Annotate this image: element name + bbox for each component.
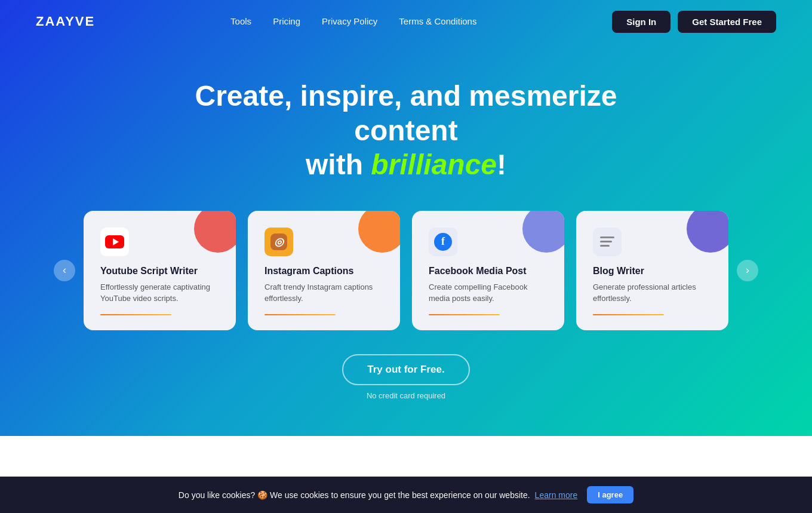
carousel-next-button[interactable]: › bbox=[737, 260, 758, 281]
youtube-icon bbox=[105, 235, 124, 248]
blog-line-2 bbox=[600, 241, 612, 242]
try-note: No credit card required bbox=[367, 391, 445, 400]
card-icon-instagram: ◎ bbox=[264, 228, 293, 256]
getstarted-button[interactable]: Get Started Free bbox=[678, 11, 776, 33]
card-icon-blog bbox=[593, 228, 622, 256]
logo: ZAAYVE bbox=[36, 14, 95, 29]
card-title-facebook: Facebook Media Post bbox=[429, 266, 548, 277]
card-desc-blog: Generate professional articles effortles… bbox=[593, 281, 712, 305]
hero-highlight: brilliance bbox=[371, 149, 497, 180]
card-desc-facebook: Create compelling Facebook media posts e… bbox=[429, 281, 548, 305]
signin-button[interactable]: Sign In bbox=[612, 11, 670, 33]
card-youtube: Youtube Script Writer Effortlessly gener… bbox=[84, 211, 236, 330]
card-title-blog: Blog Writer bbox=[593, 266, 712, 277]
cookie-banner: Do you like cookies? 🍪 We use cookies to… bbox=[0, 477, 812, 513]
blog-line-3 bbox=[600, 245, 610, 247]
try-section: Try out for Free. No credit card require… bbox=[342, 354, 469, 400]
card-title-youtube: Youtube Script Writer bbox=[100, 266, 219, 277]
hero-title-line2: with brilliance! bbox=[306, 149, 506, 180]
card-desc-instagram: Craft trendy Instagram captions effortle… bbox=[264, 281, 383, 305]
card-deco-youtube bbox=[194, 211, 236, 253]
card-deco-instagram bbox=[358, 211, 400, 253]
facebook-icon: f bbox=[434, 233, 452, 251]
card-facebook: f Facebook Media Post Create compelling … bbox=[412, 211, 564, 330]
nav-actions: Sign In Get Started Free bbox=[612, 11, 776, 33]
card-instagram: ◎ Instagram Captions Craft trendy Instag… bbox=[248, 211, 400, 330]
try-free-button[interactable]: Try out for Free. bbox=[342, 354, 469, 385]
hero-section: Create, inspire, and mesmerize content w… bbox=[0, 0, 812, 436]
blog-lines-icon bbox=[598, 234, 617, 249]
card-desc-youtube: Effortlessly generate captivating YouTub… bbox=[100, 281, 219, 305]
card-line-facebook bbox=[429, 314, 500, 315]
cookie-text: Do you like cookies? 🍪 We use cookies to… bbox=[179, 490, 530, 500]
card-line-instagram bbox=[264, 314, 336, 315]
instagram-icon: ◎ bbox=[270, 234, 287, 250]
nav-links: Tools Pricing Privacy Policy Terms & Con… bbox=[230, 16, 476, 27]
navbar: ZAAYVE Tools Pricing Privacy Policy Term… bbox=[0, 0, 812, 43]
nav-terms[interactable]: Terms & Conditions bbox=[399, 16, 476, 26]
card-line-blog bbox=[593, 314, 664, 315]
nav-privacy[interactable]: Privacy Policy bbox=[322, 16, 377, 26]
carousel-track: Youtube Script Writer Effortlessly gener… bbox=[84, 211, 728, 330]
nav-pricing[interactable]: Pricing bbox=[273, 16, 300, 26]
card-title-instagram: Instagram Captions bbox=[264, 266, 383, 277]
card-deco-blog bbox=[687, 211, 728, 253]
carousel-prev-button[interactable]: ‹ bbox=[54, 260, 75, 281]
card-icon-facebook: f bbox=[429, 228, 457, 256]
card-deco-facebook bbox=[522, 211, 564, 253]
blog-line-1 bbox=[600, 236, 614, 238]
card-icon-youtube bbox=[100, 228, 129, 256]
cookie-learn-more[interactable]: Learn more bbox=[535, 490, 578, 500]
nav-tools[interactable]: Tools bbox=[230, 16, 251, 26]
card-blog: Blog Writer Generate professional articl… bbox=[576, 211, 728, 330]
hero-title-line1: Create, inspire, and mesmerize content bbox=[195, 80, 617, 146]
cookie-agree-button[interactable]: I agree bbox=[587, 486, 633, 503]
carousel: ‹ Youtube Script Writer Effortlessly gen… bbox=[48, 211, 764, 330]
hero-title: Create, inspire, and mesmerize content w… bbox=[137, 79, 675, 182]
card-line-youtube bbox=[100, 314, 171, 315]
